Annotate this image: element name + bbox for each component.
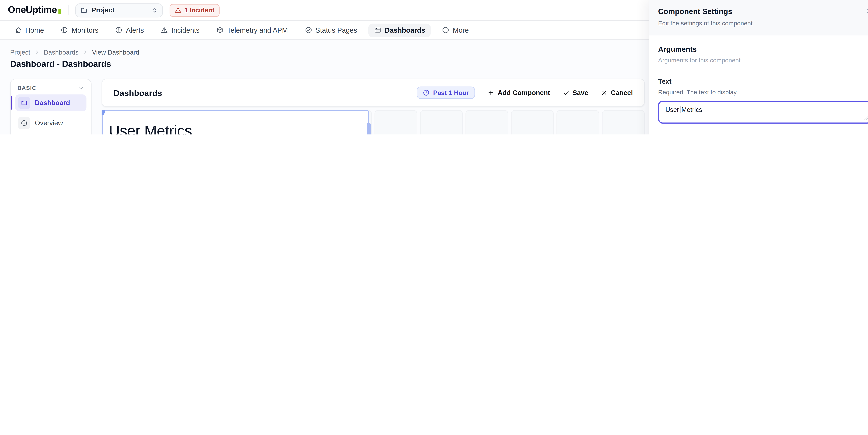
grid-cell [602, 110, 645, 135]
check-icon [562, 89, 569, 96]
resize-handle-right[interactable] [367, 122, 371, 135]
nav-item-status-pages[interactable]: Status Pages [299, 23, 363, 37]
info-icon [18, 117, 30, 129]
app-root: OneUptime Project 1 Incident Home [0, 0, 868, 135]
panel-header: Component Settings Edit the settings of … [649, 0, 868, 35]
incidents-icon [161, 26, 168, 34]
grid-cell [375, 110, 417, 135]
panel-title: Component Settings [658, 7, 868, 16]
text-input[interactable]: User Metrics [658, 100, 868, 124]
chevron-right-icon [34, 50, 40, 55]
nav-item-telemetry[interactable]: Telemetry and APM [211, 23, 293, 37]
grid-cell [466, 110, 508, 135]
nav-item-label: More [453, 26, 469, 34]
nav-item-monitors[interactable]: Monitors [55, 23, 104, 37]
nav-item-more[interactable]: More [436, 23, 474, 37]
text-caret [681, 106, 681, 113]
header-divider [68, 5, 69, 15]
text-field-helper: Required. The text to display [658, 89, 868, 95]
text-component-value: User Metrics [109, 122, 192, 135]
nav-item-label: Monitors [71, 26, 98, 34]
nav-item-alerts[interactable]: Alerts [110, 23, 150, 37]
breadcrumb-dashboards[interactable]: Dashboards [44, 49, 79, 56]
status-pages-icon [305, 26, 312, 34]
sidebar-item-dashboard[interactable]: Dashboard [15, 94, 87, 111]
folder-icon [81, 6, 88, 14]
dashboard-icon [18, 96, 30, 109]
telemetry-icon [216, 26, 224, 34]
project-picker[interactable]: Project [75, 3, 163, 17]
selector-chevrons-icon [152, 7, 158, 13]
home-icon [14, 26, 22, 34]
save-button[interactable]: Save [562, 89, 588, 96]
nav-item-label: Incidents [172, 26, 199, 34]
grid-cell [557, 110, 599, 135]
dashboard-sidebar: BASIC Dashboard Overview ADVANCED Settin… [10, 79, 92, 135]
grid-cell [420, 110, 463, 135]
nav-item-label: Telemetry and APM [227, 26, 288, 34]
text-field-label: Text [658, 78, 868, 85]
oneuptime-logo[interactable]: OneUptime [8, 4, 61, 16]
add-component-button[interactable]: Add Component [488, 89, 550, 96]
text-field-group: Text Required. The text to display User … [658, 78, 868, 123]
resize-handle-top-left[interactable] [101, 110, 105, 115]
cancel-button[interactable]: Cancel [601, 89, 633, 96]
nav-item-label: Alerts [126, 26, 144, 34]
warning-triangle-icon [175, 7, 181, 13]
grid-cell [511, 110, 554, 135]
chevron-right-icon [83, 50, 88, 55]
logo-accent-dot [59, 9, 61, 14]
sidebar-item-overview[interactable]: Overview [15, 115, 87, 132]
time-range-label: Past 1 Hour [433, 89, 469, 96]
text-component-user-metrics[interactable]: User Metrics [101, 110, 369, 135]
monitors-icon [61, 26, 68, 34]
nav-item-label: Home [25, 26, 44, 34]
panel-body: Arguments Arguments for this component T… [649, 35, 868, 135]
arguments-subtitle: Arguments for this component [658, 57, 868, 64]
alerts-icon [115, 26, 123, 34]
logo-text: OneUptime [8, 4, 57, 16]
cancel-label: Cancel [611, 89, 633, 96]
nav-item-label: Status Pages [315, 26, 357, 34]
dashboards-icon [374, 26, 381, 34]
time-range-button[interactable]: Past 1 Hour [417, 87, 475, 99]
more-icon [442, 26, 450, 34]
resize-grip-icon[interactable] [864, 116, 868, 121]
sidebar-section-title: BASIC [18, 85, 36, 91]
save-label: Save [572, 89, 588, 96]
plus-icon [488, 89, 494, 96]
incident-badge[interactable]: 1 Incident [169, 4, 219, 17]
nav-item-incidents[interactable]: Incidents [155, 23, 205, 37]
chevron-down-icon [78, 85, 84, 91]
add-component-label: Add Component [498, 89, 550, 96]
project-picker-label: Project [92, 6, 115, 14]
nav-item-home[interactable]: Home [9, 23, 50, 37]
arguments-title: Arguments [658, 45, 868, 54]
sidebar-section-basic[interactable]: BASIC [15, 85, 87, 91]
breadcrumb-view-dashboard[interactable]: View Dashboard [92, 49, 139, 56]
clock-icon [423, 89, 430, 96]
text-input-value: User Metrics [665, 106, 702, 113]
incident-badge-label: 1 Incident [184, 7, 214, 13]
component-settings-panel: Component Settings Edit the settings of … [649, 0, 868, 135]
sidebar-item-label: Overview [35, 119, 63, 127]
dashboard-toolbar: Dashboards Past 1 Hour Add Component Sav… [101, 79, 645, 107]
sidebar-item-label: Dashboard [35, 99, 70, 107]
close-icon [601, 89, 608, 96]
toolbar-title: Dashboards [113, 88, 162, 97]
breadcrumb: Project Dashboards View Dashboard [10, 49, 139, 56]
breadcrumb-project[interactable]: Project [10, 49, 30, 56]
panel-subtitle: Edit the settings of this component [658, 20, 868, 26]
nav-item-dashboards[interactable]: Dashboards [368, 23, 431, 37]
nav-item-label: Dashboards [385, 26, 425, 34]
page-title: Dashboard - Dashboards [10, 59, 111, 69]
dashboard-canvas: User Metrics Monthly Active User Monthly… [101, 110, 645, 135]
panel-close-icon[interactable] [865, 7, 868, 14]
